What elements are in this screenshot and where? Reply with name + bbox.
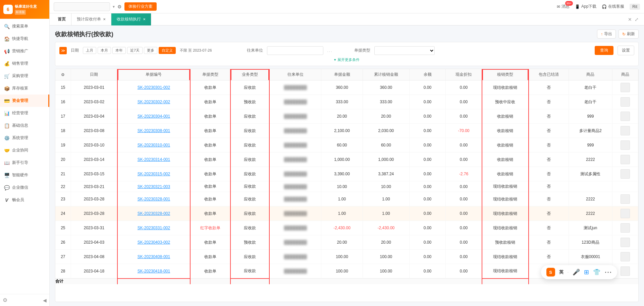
- date-thismonth-button[interactable]: 本月: [98, 47, 111, 54]
- topbar-search-input[interactable]: [54, 2, 110, 11]
- sidebar-bottom: ⚙ ◀: [0, 294, 49, 306]
- th-goods[interactable]: 商品: [569, 69, 612, 80]
- filter-expand-button[interactable]: ≫: [59, 47, 67, 54]
- sidebar-item-hardware[interactable]: 🖥️智能硬件: [0, 169, 49, 181]
- topbar-chevron-icon[interactable]: ▾: [113, 4, 115, 9]
- table-footer-row: 合计: [55, 279, 638, 285]
- sidebar-item-funds[interactable]: 💳资金管理: [0, 95, 49, 107]
- tab-pending-close-icon[interactable]: ✕: [103, 17, 106, 21]
- docno-link[interactable]: SK-20230321-003: [117, 181, 190, 192]
- tab-verify-close-icon[interactable]: ✕: [143, 17, 146, 21]
- user-menu-button[interactable]: Rit: [630, 4, 640, 10]
- headset-icon: 🎧: [602, 4, 607, 9]
- table-row: 162023-03-02SK-20230302-002收款单预收款███████…: [55, 95, 638, 109]
- sidebar-item-operations[interactable]: 📊经营管理: [0, 107, 49, 119]
- docno-link[interactable]: SK-20230301-002: [117, 80, 190, 95]
- docno-link[interactable]: SK-20230328-002: [117, 206, 190, 221]
- window-close-icon[interactable]: ✕: [628, 17, 632, 22]
- table-row: 172023-03-04SK-20230304-001收款单应收款███████…: [55, 109, 638, 124]
- docno-link[interactable]: SK-20230304-001: [117, 109, 190, 124]
- filter-settings-button[interactable]: 设置: [618, 46, 634, 55]
- th-veritype[interactable]: 核销类型: [482, 69, 529, 80]
- docno-link[interactable]: SK-20230418-001: [117, 264, 190, 279]
- th-docno[interactable]: 单据编号: [117, 69, 190, 80]
- tab-pending[interactable]: 预计应收付单 ✕: [71, 13, 111, 25]
- sidebar-item-system[interactable]: ⚙️系统管理: [0, 132, 49, 144]
- date-more-button[interactable]: 更多: [144, 47, 157, 54]
- chat-icon: 💬: [4, 185, 9, 190]
- app-download-button[interactable]: 📱 App下载: [575, 4, 596, 9]
- sidebar-item-collab[interactable]: 🤝企业协同: [0, 144, 49, 157]
- collapse-icon[interactable]: ◀: [43, 298, 47, 303]
- th-discount[interactable]: 现金折扣: [446, 69, 482, 80]
- user-label: Rit: [630, 4, 640, 10]
- sidebar-item-purchase[interactable]: 🛒采购管理: [0, 70, 49, 82]
- docno-link[interactable]: SK-20230328-001: [117, 192, 190, 206]
- date-custom-button[interactable]: 自定义: [159, 47, 176, 54]
- sidebar-item-member[interactable]: V畅会员: [0, 194, 49, 206]
- docno-link[interactable]: SK-20230403-002: [117, 235, 190, 250]
- docno-link[interactable]: SK-20230308-001: [117, 124, 190, 138]
- shirt-icon[interactable]: 👕: [593, 268, 600, 276]
- th-amount[interactable]: 单据金额: [321, 69, 363, 80]
- float-text: 英: [559, 269, 564, 275]
- docno-link[interactable]: SK-20230315-002: [117, 167, 190, 181]
- window-expand-icon[interactable]: ⤢: [635, 17, 639, 22]
- docno-link[interactable]: SK-20230408-001: [117, 250, 190, 264]
- book-icon: 📖: [4, 160, 9, 166]
- sidebar-item-quicknav[interactable]: 🏠快捷导航: [0, 33, 49, 45]
- chevron-down-icon: ▾: [334, 58, 336, 62]
- filter-bar: ≫ 日期 上月 本月 本年 近7天 更多 自定义 不限 至 2023-07-26…: [55, 42, 639, 66]
- main-area: ▾ ⚙ 体验行业方案 ✉ 消息 99+ 📱 App下载 🎧 在线客服 Rit: [50, 0, 644, 306]
- expand-more-button[interactable]: ▾ 展开更多条件: [59, 57, 634, 62]
- grid-icon[interactable]: ⊞: [584, 268, 589, 276]
- th-incl[interactable]: 包含已结清: [529, 69, 569, 80]
- sidebar-item-search[interactable]: 🔍搜索菜单: [0, 20, 49, 33]
- date-thisyear-button[interactable]: 本年: [112, 47, 126, 54]
- settings-bottom-icon[interactable]: ⚙: [3, 297, 7, 303]
- docno-link[interactable]: SK-20230331-002: [117, 221, 190, 235]
- partner-label: 往来单位: [247, 48, 263, 53]
- th-biztype[interactable]: 业务类型: [230, 69, 269, 80]
- docno-link[interactable]: SK-20230310-001: [117, 138, 190, 152]
- doctype-select[interactable]: [374, 46, 435, 55]
- solution-button[interactable]: 体验行业方案: [124, 2, 157, 11]
- tab-home[interactable]: 首页: [52, 13, 71, 25]
- query-button[interactable]: 查询: [595, 46, 613, 55]
- table-row: 212023-03-15SK-20230315-002收款单应收款███████…: [55, 167, 638, 181]
- th-goods2[interactable]: 商品: [612, 69, 638, 80]
- more-icon[interactable]: ⋯: [604, 268, 612, 277]
- docno-link[interactable]: SK-20230302-002: [117, 95, 190, 109]
- sidebar-item-sales[interactable]: 💰销售管理: [0, 57, 49, 70]
- th-date[interactable]: 日期: [71, 69, 117, 80]
- docno-link[interactable]: SK-20230314-001: [117, 152, 190, 167]
- th-doctype[interactable]: 单据类型: [190, 69, 231, 80]
- table-row: 192023-03-10SK-20230310-001收款单应收款███████…: [55, 138, 638, 152]
- th-settings[interactable]: ⚙: [55, 69, 71, 80]
- topbar-settings-icon[interactable]: ⚙: [117, 4, 122, 9]
- date-lastmonth-button[interactable]: 上月: [83, 47, 96, 54]
- th-partner[interactable]: 往来单位: [269, 69, 321, 80]
- table-row: 152023-03-01SK-20230301-002收款单应收款███████…: [55, 80, 638, 95]
- clipboard-icon: 📋: [4, 123, 9, 128]
- tab-verify[interactable]: 收款核销执行 ✕: [111, 13, 151, 25]
- sidebar-item-guide[interactable]: 📖新手引导: [0, 157, 49, 169]
- sidebar-item-wechat[interactable]: 💬企业微信: [0, 181, 49, 194]
- sidebar-item-inventory[interactable]: 📦库存核算: [0, 82, 49, 95]
- th-balance[interactable]: 余额: [409, 69, 445, 80]
- monitor-icon: 🖥️: [4, 173, 9, 178]
- online-service-button[interactable]: 🎧 在线客服: [602, 4, 624, 9]
- partner-input[interactable]: [267, 46, 323, 55]
- sidebar-item-basic[interactable]: 📋基础信息: [0, 119, 49, 132]
- date-range-label: 不限 至 2023-07-26: [180, 48, 212, 53]
- topbar-right-area: ✉ 消息 99+ 📱 App下载 🎧 在线客服 Rit: [557, 4, 640, 10]
- message-badge: 99+: [565, 1, 573, 6]
- logo-text: 畅康道好生意 标准版: [15, 4, 37, 15]
- refresh-button[interactable]: ↻ 刷新: [619, 29, 639, 39]
- microphone-icon[interactable]: 🎤: [573, 268, 580, 276]
- sidebar-item-marketing[interactable]: 📢营销推广: [0, 45, 49, 57]
- message-button[interactable]: ✉ 消息 99+: [557, 4, 570, 9]
- th-cumamt[interactable]: 累计核销金额: [363, 69, 409, 80]
- export-button[interactable]: ↑ 导出: [597, 29, 616, 39]
- date-7days-button[interactable]: 近7天: [127, 47, 143, 54]
